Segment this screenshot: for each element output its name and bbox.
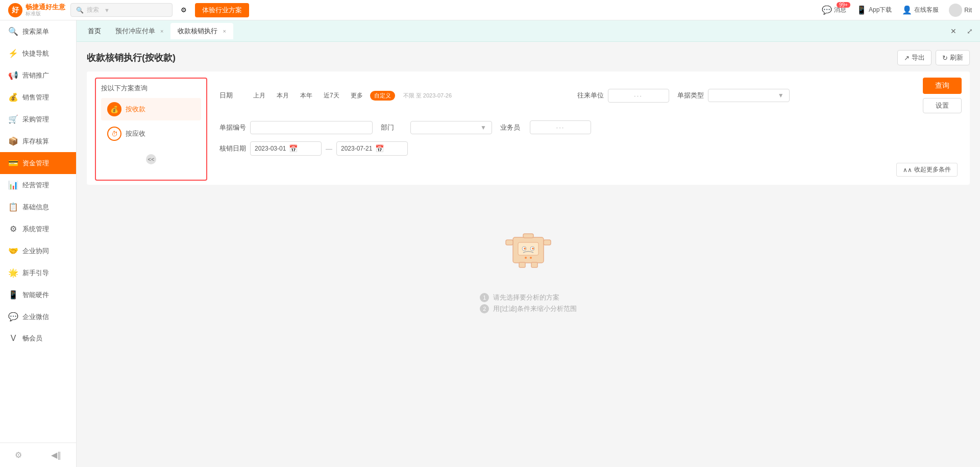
date-options-group: 上月 本月 本年 近7天 更多 自定义 xyxy=(249,90,395,102)
query-btn[interactable]: 查询 xyxy=(923,78,962,94)
cal-end-icon[interactable]: 📅 xyxy=(375,144,384,153)
user-menu[interactable]: Rit xyxy=(949,4,972,17)
message-btn[interactable]: 💬 消息 99+ xyxy=(822,5,846,15)
date-btn-this-year[interactable]: 本年 xyxy=(296,90,316,102)
doc-type-label: 单据类型 xyxy=(677,91,704,100)
date-btn-custom[interactable]: 自定义 xyxy=(370,91,395,101)
sidebar-icon-guide: 🌟 xyxy=(8,268,18,278)
doc-number-input[interactable] xyxy=(250,121,373,134)
dropdown-arrow: ▼ xyxy=(104,7,110,13)
sidebar-item-system[interactable]: ⚙ 系统管理 xyxy=(0,218,76,240)
sidebar-item-sales[interactable]: 💰 销售管理 xyxy=(0,86,76,108)
date-btn-more[interactable]: 更多 xyxy=(347,90,367,102)
sidebar-icon-system: ⚙ xyxy=(8,224,18,234)
tab-writeoff-close[interactable]: × xyxy=(223,28,226,34)
doc-type-arrow: ▼ xyxy=(778,92,784,99)
tab-home[interactable]: 首页 xyxy=(81,23,108,39)
date-separator: — xyxy=(326,145,332,153)
empty-hint-1: 1 请先选择要分析的方案 xyxy=(480,293,576,302)
svg-point-11 xyxy=(525,257,527,259)
sidebar-label-operation: 经营管理 xyxy=(22,181,49,190)
filter-row-1: 日期 上月 本月 本年 近7天 更多 自定义 不限 至 2023-07-26 xyxy=(219,78,962,113)
tab-close-all-btn[interactable]: ✕ xyxy=(947,25,960,37)
sidebar-item-wechat[interactable]: 💬 企业微信 xyxy=(0,306,76,328)
content-area: 首页 预付冲应付单 × 收款核销执行 × ✕ ⤢ 收款核销执行(按收款) xyxy=(77,20,980,467)
sidebar-item-inventory[interactable]: 📦 库存核算 xyxy=(0,130,76,152)
app-title: 畅捷通好生意 xyxy=(26,3,65,11)
app-subtitle: 标准版 xyxy=(26,11,65,17)
sidebar-item-member[interactable]: V 畅会员 xyxy=(0,328,76,349)
filter-option-by-receipt[interactable]: 💰 按收款 xyxy=(101,98,201,120)
date-note: 不限 至 2023-07-26 xyxy=(403,92,452,100)
sidebar-item-marketing[interactable]: 📢 营销推广 xyxy=(0,64,76,86)
sidebar-label-guide: 新手引导 xyxy=(22,268,49,278)
sidebar-item-guide[interactable]: 🌟 新手引导 xyxy=(0,262,76,284)
empty-hints: 1 请先选择要分析的方案 2 用[过滤]条件来缩小分析范围 xyxy=(480,291,576,315)
tab-expand-btn[interactable]: ⤢ xyxy=(964,25,976,37)
sidebar-settings-btn[interactable]: ⚙ xyxy=(12,447,25,463)
staff-input[interactable]: ··· xyxy=(530,120,591,134)
filter-right-form: 日期 上月 本月 本年 近7天 更多 自定义 不限 至 2023-07-26 xyxy=(215,78,970,181)
top-right-area: 💬 消息 99+ 📱 App下载 👤 在线客服 Rit xyxy=(822,4,972,17)
date-btn-last-month[interactable]: 上月 xyxy=(249,90,270,102)
doc-type-field: 单据类型 ▼ xyxy=(677,89,790,102)
sidebar-label-inventory: 库存核算 xyxy=(22,137,49,146)
settings-form-btn[interactable]: 设置 xyxy=(923,98,962,113)
empty-hint-2: 2 用[过滤]条件来缩小分析范围 xyxy=(480,304,576,313)
app-download-btn[interactable]: 📱 App下载 xyxy=(856,5,892,15)
svg-rect-8 xyxy=(531,262,537,267)
dept-arrow: ▼ xyxy=(480,124,486,131)
counterpart-input[interactable]: ··· xyxy=(608,89,669,103)
tab-prepay-close[interactable]: × xyxy=(160,28,163,34)
settings-icon[interactable]: ⚙ xyxy=(178,4,190,16)
date-btn-7days[interactable]: 近7天 xyxy=(320,90,344,102)
tab-prepay[interactable]: 预付冲应付单 × xyxy=(108,23,170,39)
online-service-label: 在线客服 xyxy=(914,6,939,14)
svg-point-4 xyxy=(524,248,526,250)
page-title: 收款核销执行(按收款) xyxy=(87,52,897,64)
sidebar-icon-search-menu: 🔍 xyxy=(8,27,18,36)
writeoff-start-date[interactable]: 2023-03-01 📅 xyxy=(250,141,322,156)
filter-option-by-receivable[interactable]: ⏱ 按应收 xyxy=(101,122,201,145)
collapse-up-icon: ∧∧ xyxy=(903,166,912,174)
writeoff-end-date[interactable]: 2023-07-21 📅 xyxy=(336,141,408,156)
sidebar-item-finance[interactable]: 💳 资金管理 xyxy=(0,152,76,174)
sidebar-icon-wechat: 💬 xyxy=(8,312,18,322)
svg-point-12 xyxy=(530,257,532,259)
sidebar-item-hardware[interactable]: 📱 智能硬件 xyxy=(0,284,76,306)
top-bar: 好 畅捷通好生意 标准版 🔍 搜索 ▼ ⚙ 体验行业方案 💬 消息 99+ 📱 … xyxy=(0,0,980,20)
sidebar-item-basic-info[interactable]: 📋 基础信息 xyxy=(0,196,76,218)
refresh-btn[interactable]: ↻ 刷新 xyxy=(936,50,970,65)
sidebar-icon-sales: 💰 xyxy=(8,92,18,102)
sidebar-label-purchase: 采购管理 xyxy=(22,115,49,124)
tab-writeoff[interactable]: 收款核销执行 × xyxy=(170,23,233,39)
sidebar-label-search-menu: 搜索菜单 xyxy=(22,27,49,36)
filter-collapse-btn[interactable]: << xyxy=(146,154,156,164)
writeoff-date-label: 核销日期 xyxy=(219,144,246,153)
sidebar-item-quick-nav[interactable]: ⚡ 快捷导航 xyxy=(0,42,76,64)
sidebar-icon-marketing: 📢 xyxy=(8,70,18,80)
industry-btn[interactable]: 体验行业方案 xyxy=(195,3,249,17)
sidebar-icon-purchase: 🛒 xyxy=(8,114,18,124)
doc-type-select[interactable]: ▼ xyxy=(708,89,790,102)
cal-start-icon[interactable]: 📅 xyxy=(289,144,298,153)
main-layout: 🔍 搜索菜单 ⚡ 快捷导航 📢 营销推广 💰 销售管理 🛒 采购管理 📦 库存核… xyxy=(0,20,980,467)
user-avatar xyxy=(949,4,962,17)
sidebar-item-search-menu[interactable]: 🔍 搜索菜单 xyxy=(0,20,76,42)
counterpart-field: 往来单位 ··· xyxy=(577,89,669,103)
export-btn[interactable]: ↗ 导出 xyxy=(897,50,932,65)
sidebar-item-operation[interactable]: 📊 经营管理 xyxy=(0,174,76,196)
sidebar-icon-enterprise: 🤝 xyxy=(8,246,18,256)
sidebar-item-purchase[interactable]: 🛒 采购管理 xyxy=(0,108,76,130)
app-download-label: App下载 xyxy=(869,6,892,14)
dept-select[interactable]: ▼ xyxy=(410,121,492,134)
online-service-btn[interactable]: 👤 在线客服 xyxy=(902,5,939,15)
date-btn-this-month[interactable]: 本月 xyxy=(273,90,293,102)
collapse-more-btn[interactable]: ∧∧ 收起更多条件 xyxy=(896,163,958,177)
page-header: 收款核销执行(按收款) ↗ 导出 ↻ 刷新 xyxy=(87,50,970,65)
sidebar-collapse-btn[interactable]: ◀‖ xyxy=(48,447,64,463)
filter-row-3: 核销日期 2023-03-01 📅 — 2023-07-21 📅 xyxy=(219,141,962,156)
empty-illustration xyxy=(498,219,559,281)
sidebar-item-enterprise[interactable]: 🤝 企业协同 xyxy=(0,240,76,262)
search-box[interactable]: 🔍 搜索 ▼ xyxy=(70,3,173,17)
